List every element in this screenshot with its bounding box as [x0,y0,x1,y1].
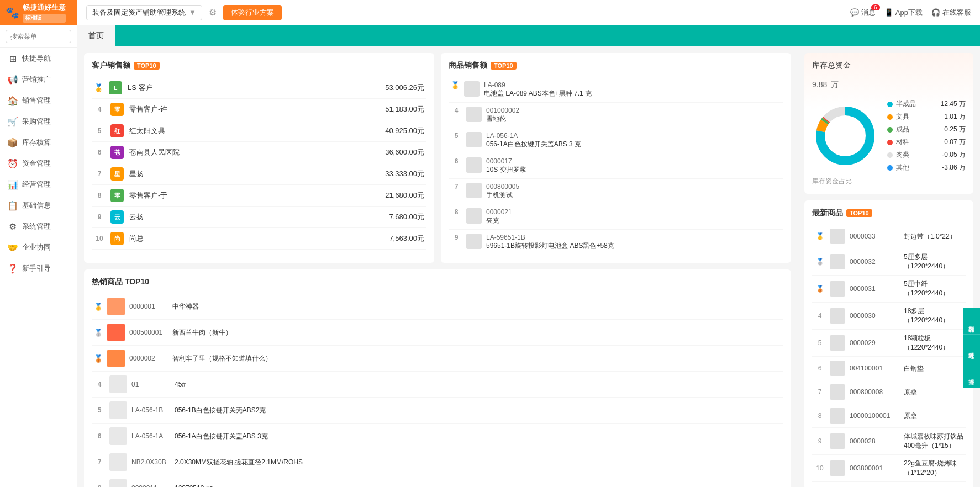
messages-button[interactable]: 💬 消息 6 [850,8,876,18]
rank-number: 7 [94,170,105,178]
product-name: 22g鱼豆腐-烧烤味（1*12*20） [904,459,963,478]
chevron-down-icon: ▼ [189,8,196,17]
product-info: LA-056-1A 056-1A白色按键开关盖ABS 3 克 [486,132,781,149]
sidebar-item-inventory[interactable]: 📦 库存核算 [0,132,77,153]
top10-badge: TOP10 [134,62,160,70]
panels-container: 客户销售额 TOP10 🥇 L LS 客户 53,006.26元 [77,46,980,487]
messages-badge: 6 [871,4,880,10]
product-rank-item: 5 LA-056-1A 056-1A白色按键开关盖ABS 3 克 [449,128,783,153]
settings-icon[interactable]: ⚙ [209,7,217,18]
sidebar-item-home[interactable]: ⊞ 快捷导航 [0,48,77,69]
left-panels: 客户销售额 TOP10 🥇 L LS 客户 53,006.26元 [77,46,798,487]
product-name: 体城嘉枚味苏打饮品400毫升（1*15） [904,432,963,451]
rank-item: 7 星 星扬 33,333.00元 [92,163,426,185]
rank-number: 4 [94,105,105,113]
product-thumb [830,460,845,476]
hot-prod-thumb [107,298,125,315]
product-thumb [466,157,482,173]
sidebar-item-finance[interactable]: ⏰ 资金管理 [0,153,77,174]
product-code: 0000011 [131,484,170,487]
sidebar-item-purchase[interactable]: 🛒 采购管理 [0,111,77,132]
app-download-link[interactable]: 📱 App下载 [884,8,923,18]
online-service-link[interactable]: 🎧 在线客服 [931,8,971,18]
app-download-label: App下载 [895,8,923,18]
product-code: 0000021 [486,208,781,216]
legend-value: 0.07 万 [944,137,966,147]
sidebar-item-label: 经营管理 [22,179,51,189]
donut-chart [812,103,878,169]
newest-item: 10 003800001 22g鱼豆腐-烧烤味（1*12*20） [812,455,966,482]
customer-rank-panel: 客户销售额 TOP10 🥇 L LS 客户 53,006.26元 [84,53,434,263]
sidebar-item-marketing[interactable]: 📢 营销推广 [0,69,77,90]
product-code: 0000033 [850,232,899,240]
customer-value: 33,333.00元 [385,169,424,179]
donut-container: 半成品 12.45 万 文具 1.01 万 [812,99,966,172]
product-name: 12070519-xs [175,484,781,487]
product-code: LA-056-1B [131,406,170,414]
product-info: 000800005 手机测试 [486,183,781,200]
product-info: 0000021 夹克 [486,208,781,225]
newest-item: 8 10000100001 原垒 [812,404,966,428]
product-code: 10000100001 [850,412,899,420]
hot-prod-thumb [109,401,127,419]
trial-button[interactable]: 体验行业方案 [223,5,282,20]
sidebar-item-coop[interactable]: 🤝 企业协同 [0,237,77,258]
product-thumb [466,183,482,198]
online-service-label: 在线客服 [942,8,971,18]
inventory-unit: 万 [831,80,839,89]
product-thumb [830,384,845,400]
float-btn-community[interactable]: 服务社区 [963,335,980,361]
product-code: NB2.0X30B [131,458,170,466]
float-btn-live[interactable]: 直播 [963,361,980,388]
content-scroll: 客户销售额 TOP10 🥇 L LS 客户 53,006.26元 [77,46,980,487]
product-thumb [830,254,845,269]
newest-item: 🥈 0000032 5厘多层（1220*2440） [812,248,966,276]
sidebar-item-basicinfo[interactable]: 📋 基础信息 [0,195,77,216]
rank-item: 10 尚 尚总 7,563.00元 [92,228,426,250]
finance-icon: ⏰ [8,158,18,168]
system-selector[interactable]: 装备及固定资产辅助管理系统 ▼ [86,5,202,20]
product-name: 智利车子里（规格不知道填什么） [172,354,781,363]
rank-number: 6 [814,364,825,372]
sidebar-item-operations[interactable]: 📊 经营管理 [0,174,77,195]
top-two-col: 客户销售额 TOP10 🥇 L LS 客户 53,006.26元 [84,53,791,263]
product-name: 10S 变扭罗浆 [486,165,781,174]
newest-item: 7 000800008 原垒 [812,380,966,404]
hot-prod-thumb [107,324,125,341]
sidebar-item-system[interactable]: ⚙ 系统管理 [0,216,77,237]
hot-prod-thumb [109,479,127,487]
hot-prod-thumb [109,453,127,471]
tab-home[interactable]: 首页 [77,25,115,46]
sidebar-item-guide[interactable]: ❓ 新手引导 [0,258,77,279]
sidebar-item-sales[interactable]: 🏠 销售管理 [0,90,77,111]
product-sales-rank-panel: 商品销售额 TOP10 🥇 LA-089 电 [441,53,791,263]
medal-icon: 🥇 [94,83,103,92]
product-code: LA-056-1A [486,132,781,140]
donut-svg [812,103,878,169]
sidebar-item-label: 库存核算 [22,137,51,147]
product-name: 中华神器 [172,302,781,311]
customer-value: 7,563.00元 [389,234,424,244]
basicinfo-icon: 📋 [8,200,18,210]
product-name: 封边带（1.0*22） [904,232,963,241]
legend-label: 肉类 [896,150,939,160]
rank-item: 4 零 零售客户-许 51,183.00元 [92,99,426,120]
product-name: 5厘中纤（1220*2440） [904,279,963,298]
customer-rank-list: 🥇 L LS 客户 53,006.26元 4 零 零售客户-许 [92,77,426,250]
search-input[interactable] [6,30,71,43]
product-sales-rank-list: 🥇 LA-089 电池盖 LA-089 ABS本色+黑种 7.1 克 [449,77,783,255]
product-name: 18多层（1220*2440） [904,306,963,325]
product-info: LA-089 电池盖 LA-089 ABS本色+黑种 7.1 克 [484,81,781,98]
legend-dot [887,140,893,145]
legend-value: 12.45 万 [941,99,966,109]
float-btn-service[interactable]: 客服热线 [963,308,980,335]
hot-prod-item: 4 01 45# [92,372,783,398]
hot-prod-item: 7 NB2.0X30B 2.0X30MM双搓花轴,搓花直径2.1MM/ROHS [92,449,783,475]
main-area: 装备及固定资产辅助管理系统 ▼ ⚙ 体验行业方案 💬 消息 6 📱 App下载 … [77,0,980,487]
operations-icon: 📊 [8,179,18,189]
product-name: 原垒 [904,388,963,397]
guide-icon: ❓ [8,263,18,273]
product-thumb [830,335,845,351]
product-thumb [466,132,482,147]
product-name: 056-1A白色按键开关盖ABS 3克 [175,432,781,441]
